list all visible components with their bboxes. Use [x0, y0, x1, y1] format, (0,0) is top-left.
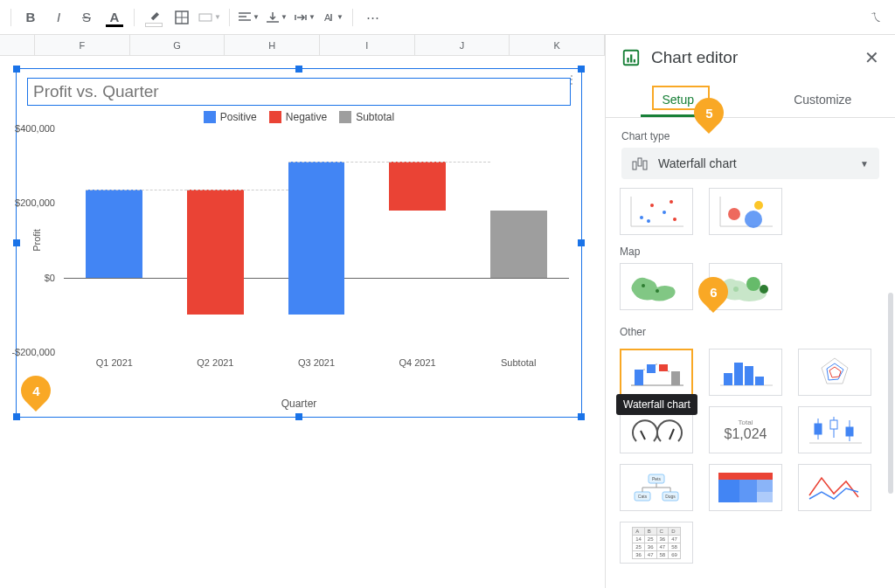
- resize-handle[interactable]: [578, 66, 585, 73]
- chart-type-gallery[interactable]: Map Other 6 Waterfall chart Total$1,024: [606, 179, 895, 588]
- thumb-timeline[interactable]: [798, 464, 871, 511]
- fill-color-button[interactable]: [142, 5, 166, 30]
- thumb-waterfall[interactable]: Waterfall chart: [620, 349, 693, 396]
- column-header[interactable]: J: [415, 35, 510, 55]
- y-tick: $0: [3, 273, 55, 283]
- resize-handle[interactable]: [295, 66, 302, 73]
- x-tick: Q1 2021: [96, 357, 133, 368]
- tooltip: Waterfall chart: [616, 394, 697, 415]
- thumb-histogram[interactable]: [709, 349, 782, 396]
- svg-rect-45: [724, 373, 732, 385]
- column-header[interactable]: F: [35, 35, 130, 55]
- column-headers: F G H I J K: [0, 35, 605, 56]
- swatch-negative: [269, 111, 281, 123]
- chart-title[interactable]: Profit vs. Quarter: [27, 78, 571, 106]
- svg-rect-67: [718, 473, 773, 480]
- chart-icon: [621, 48, 641, 67]
- chart-plot-area: Profit -$200,000$0$200,000$400,000: [64, 128, 569, 352]
- chart-type-value: Waterfall chart: [658, 156, 851, 170]
- text-rotation-button[interactable]: A▼: [321, 5, 345, 30]
- svg-text:Cats: Cats: [638, 494, 648, 499]
- resize-handle[interactable]: [13, 413, 20, 420]
- svg-rect-37: [635, 370, 643, 385]
- text-color-button[interactable]: A: [102, 5, 127, 30]
- tab-customize[interactable]: Customize: [751, 84, 896, 117]
- x-tick: Subtotal: [501, 357, 536, 368]
- more-button[interactable]: ⋯: [360, 5, 385, 30]
- svg-text:A: A: [324, 12, 331, 23]
- bar-positive: [86, 190, 142, 277]
- resize-handle[interactable]: [295, 413, 302, 420]
- italic-button[interactable]: I: [46, 5, 71, 30]
- column-header[interactable]: I: [320, 35, 415, 55]
- svg-rect-17: [643, 161, 647, 169]
- svg-rect-14: [634, 59, 635, 63]
- separator: [10, 9, 11, 26]
- thumb-radar[interactable]: [798, 349, 871, 396]
- svg-point-22: [663, 211, 666, 214]
- svg-point-32: [656, 289, 659, 293]
- thumb-bubble[interactable]: [709, 188, 782, 235]
- resize-handle[interactable]: [13, 239, 20, 246]
- svg-line-53: [670, 429, 674, 439]
- svg-rect-3: [199, 14, 212, 21]
- thumb-scatter[interactable]: [620, 188, 693, 235]
- scrollbar[interactable]: [888, 293, 893, 494]
- merge-cells-button[interactable]: ▼: [198, 5, 222, 30]
- spreadsheet-area[interactable]: F G H I J K ⋮ Profit vs. Quarter Positiv…: [0, 35, 605, 588]
- chart-menu-button[interactable]: ⋮: [565, 73, 578, 86]
- svg-point-20: [640, 216, 643, 219]
- resize-handle[interactable]: [13, 66, 20, 73]
- column-header[interactable]: H: [225, 35, 320, 55]
- separator: [229, 9, 230, 26]
- thumb-treemap[interactable]: [709, 464, 782, 511]
- svg-point-29: [745, 211, 762, 228]
- y-axis-label: Profit: [31, 229, 42, 252]
- chart-legend: Positive Negative Subtotal: [17, 111, 581, 123]
- svg-text:Dogs: Dogs: [665, 494, 676, 499]
- resize-handle[interactable]: [578, 239, 585, 246]
- close-button[interactable]: ✕: [864, 47, 879, 68]
- svg-point-35: [733, 287, 739, 292]
- svg-rect-71: [757, 492, 773, 502]
- gallery-category-map: Map: [620, 246, 881, 258]
- gallery-category-other: Other: [620, 326, 646, 338]
- thumb-candlestick[interactable]: [798, 406, 871, 453]
- thumb-scorecard[interactable]: Total$1,024: [709, 406, 782, 453]
- x-tick: Q3 2021: [298, 357, 335, 368]
- svg-point-21: [650, 204, 654, 207]
- borders-button[interactable]: [170, 5, 194, 30]
- legend-label: Positive: [220, 111, 257, 123]
- svg-rect-15: [633, 162, 636, 169]
- collapse-toolbar-button[interactable]: ㄟ: [864, 5, 888, 30]
- chart-editor-panel: Chart editor ✕ Setup Customize 5 Chart t…: [605, 35, 895, 588]
- y-tick: -$200,000: [3, 347, 55, 357]
- svg-rect-47: [745, 366, 753, 385]
- bold-button[interactable]: B: [18, 5, 43, 30]
- thumb-geo-chart[interactable]: [620, 263, 693, 310]
- column-header[interactable]: K: [510, 35, 605, 55]
- embedded-chart[interactable]: ⋮ Profit vs. Quarter Positive Negative S…: [16, 68, 582, 418]
- horizontal-align-button[interactable]: ▼: [237, 5, 261, 30]
- chart-type-label: Chart type: [621, 130, 879, 142]
- svg-marker-51: [829, 367, 841, 377]
- thumb-table-chart[interactable]: ABCD142536472536475836475869: [620, 522, 693, 564]
- svg-point-25: [673, 218, 676, 221]
- column-header[interactable]: G: [130, 35, 225, 55]
- y-tick: $400,000: [3, 123, 55, 134]
- chart-type-dropdown[interactable]: Waterfall chart ▼: [621, 148, 879, 179]
- svg-rect-70: [757, 480, 773, 492]
- svg-rect-16: [638, 158, 642, 166]
- swatch-subtotal: [339, 111, 351, 123]
- text-wrap-button[interactable]: ▼: [293, 5, 317, 30]
- strikethrough-button[interactable]: S: [74, 5, 99, 30]
- svg-rect-12: [627, 58, 628, 63]
- bar-negative: [389, 162, 446, 210]
- svg-point-23: [670, 200, 673, 204]
- resize-handle[interactable]: [578, 413, 585, 420]
- legend-label: Negative: [286, 111, 327, 123]
- vertical-align-button[interactable]: ▼: [265, 5, 289, 30]
- thumb-org-chart[interactable]: PetsCatsDogs: [620, 464, 693, 511]
- svg-point-31: [642, 284, 645, 287]
- editor-title: Chart editor: [651, 48, 854, 67]
